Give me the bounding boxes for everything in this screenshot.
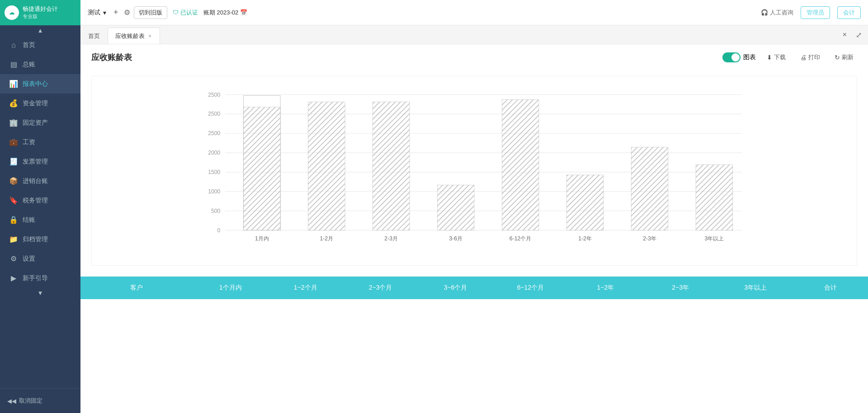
settings-icon: ⚙: [9, 254, 18, 263]
topbar-right: 🎧 人工咨询 管理员 会计: [761, 6, 861, 19]
svg-text:1-2年: 1-2年: [578, 235, 592, 242]
help-label: 人工咨询: [770, 9, 793, 17]
workspace-name: 测试: [88, 9, 100, 17]
manager-button[interactable]: 管理员: [801, 6, 830, 19]
tab-close-icon[interactable]: ×: [147, 33, 152, 39]
workspace-settings-button[interactable]: ⚙: [124, 8, 130, 17]
workspace-chevron-icon: ▾: [103, 9, 106, 16]
sidebar-item-settings[interactable]: ⚙ 设置: [0, 249, 80, 268]
content-area: 应收账龄表 图表 ⬇ 下载 🖨 打印: [80, 44, 868, 413]
refresh-button[interactable]: ↻ 刷新: [831, 52, 857, 63]
col-2-3year: 2~3年: [643, 277, 718, 299]
svg-text:3-6月: 3-6月: [449, 235, 462, 242]
sidebar-item-reports[interactable]: 📊 报表中心: [0, 74, 80, 94]
switch-old-version-button[interactable]: 切到旧版: [134, 6, 167, 19]
cancel-fixed-label: 取消固定: [19, 397, 42, 405]
svg-text:0: 0: [217, 227, 221, 234]
page-header: 应收账龄表 图表 ⬇ 下载 🖨 打印: [80, 44, 868, 69]
page-title: 应收账龄表: [91, 52, 132, 63]
tab-home-label: 首页: [88, 32, 100, 40]
page-container: 应收账龄表 图表 ⬇ 下载 🖨 打印: [80, 44, 868, 413]
period-label: 账期: [203, 9, 215, 17]
accountant-button[interactable]: 会计: [837, 6, 861, 19]
sidebar-item-assets[interactable]: 🏢 固定资产: [0, 113, 80, 132]
print-button[interactable]: 🖨 打印: [797, 52, 824, 63]
col-3-6month: 3~6个月: [418, 277, 493, 299]
sidebar-item-label: 总账: [23, 61, 35, 69]
sidebar-item-archive[interactable]: 📁 归档管理: [0, 230, 80, 249]
certification-status: 🛡 已认证: [173, 9, 198, 17]
col-6-12month: 6~12个月: [493, 277, 568, 299]
reports-icon: 📊: [9, 80, 18, 88]
cancel-fixed-button[interactable]: ◀◀ 取消固定: [0, 392, 80, 409]
chart-toggle[interactable]: 图表: [722, 52, 756, 62]
logo-text: 畅捷通好会计 专业版: [23, 5, 58, 19]
assets-icon: 🏢: [9, 118, 18, 127]
sidebar-item-guide[interactable]: ▶ 新手引导: [0, 268, 80, 288]
svg-text:1-2月: 1-2月: [320, 235, 333, 242]
sidebar-item-tax[interactable]: 🔖 税务管理: [0, 191, 80, 210]
sidebar-item-salary[interactable]: 💼 工资: [0, 132, 80, 152]
window-close-button[interactable]: ×: [840, 30, 849, 40]
topbar: 测试 ▾ + ⚙ 切到旧版 🛡 已认证 账期 2023-02 📅 🎧 人工咨询 …: [80, 0, 868, 25]
sidebar-item-label: 归档管理: [23, 235, 48, 244]
col-3plus-year: 3年以上: [718, 277, 793, 299]
download-icon: ⬇: [767, 54, 772, 61]
sidebar-item-ledger[interactable]: ▤ 总账: [0, 55, 80, 74]
page-toolbar: 图表 ⬇ 下载 🖨 打印 ↻ 刷新: [722, 52, 857, 63]
inventory-icon: 📦: [9, 177, 18, 185]
sidebar-item-label: 结账: [23, 216, 35, 224]
sidebar-item-label: 报表中心: [23, 80, 48, 88]
tab-home[interactable]: 首页: [80, 28, 108, 44]
sidebar-item-closing[interactable]: 🔒 结账: [0, 210, 80, 230]
svg-text:2500: 2500: [208, 92, 220, 98]
col-1-2year: 1~2年: [568, 277, 643, 299]
toggle-label: 图表: [743, 53, 756, 61]
download-button[interactable]: ⬇ 下载: [763, 52, 789, 63]
guide-icon: ▶: [9, 274, 18, 282]
svg-text:1000: 1000: [208, 188, 220, 195]
sidebar-scroll-down[interactable]: ▼: [0, 288, 80, 298]
add-workspace-button[interactable]: +: [112, 8, 120, 17]
toggle-track[interactable]: [722, 52, 741, 62]
funds-icon: 💰: [9, 99, 18, 108]
cert-label: 已认证: [180, 9, 198, 17]
invoice-icon: 🧾: [9, 157, 18, 166]
toggle-thumb: [731, 53, 740, 61]
sidebar: ☁ 畅捷通好会计 专业版 ▲ ⌂ 首页 ▤ 总账 📊 报表中心 💰 资金管理 🏢…: [0, 0, 80, 413]
svg-text:2-3年: 2-3年: [643, 235, 656, 242]
svg-rect-26: [631, 147, 668, 230]
sidebar-item-label: 发票管理: [23, 158, 48, 166]
svg-rect-21: [308, 102, 345, 230]
sidebar-item-inventory[interactable]: 📦 进销台账: [0, 171, 80, 191]
sidebar-scroll-up[interactable]: ▲: [0, 25, 80, 36]
sidebar-item-label: 进销台账: [23, 177, 48, 185]
svg-text:2500: 2500: [208, 111, 220, 117]
sidebar-item-label: 新手引导: [23, 274, 48, 282]
accounting-period[interactable]: 账期 2023-02 📅: [203, 9, 248, 17]
maximize-button[interactable]: ⤢: [853, 30, 864, 40]
sidebar-item-invoice[interactable]: 🧾 发票管理: [0, 152, 80, 171]
download-label: 下载: [774, 53, 786, 61]
help-button[interactable]: 🎧 人工咨询: [761, 9, 793, 17]
sidebar-nav: ▲ ⌂ 首页 ▤ 总账 📊 报表中心 💰 资金管理 🏢 固定资产 💼 工资 🧾 …: [0, 25, 80, 388]
svg-rect-23: [437, 185, 474, 230]
calendar-icon: 📅: [240, 9, 247, 16]
workspace-selector[interactable]: 测试 ▾: [88, 9, 106, 17]
sidebar-bottom: ◀◀ 取消固定: [0, 388, 80, 413]
chart-container: 2500 2500 2500 2000 1500 1000 500: [91, 76, 857, 266]
sidebar-item-home[interactable]: ⌂ 首页: [0, 36, 80, 55]
col-2-3month: 2~3个月: [343, 277, 418, 299]
closing-icon: 🔒: [9, 216, 18, 224]
sidebar-item-funds[interactable]: 💰 资金管理: [0, 94, 80, 113]
sidebar-item-label: 工资: [23, 138, 35, 146]
tab-ar-aging[interactable]: 应收账龄表 ×: [108, 28, 160, 44]
headset-icon: 🎧: [761, 9, 768, 16]
svg-text:3年以上: 3年以上: [705, 235, 724, 242]
print-label: 打印: [808, 53, 820, 61]
sidebar-item-label: 税务管理: [23, 197, 48, 205]
svg-rect-22: [373, 102, 410, 230]
col-total: 合计: [793, 277, 868, 299]
svg-text:2000: 2000: [208, 150, 220, 156]
sidebar-logo: ☁ 畅捷通好会计 专业版: [0, 0, 80, 25]
